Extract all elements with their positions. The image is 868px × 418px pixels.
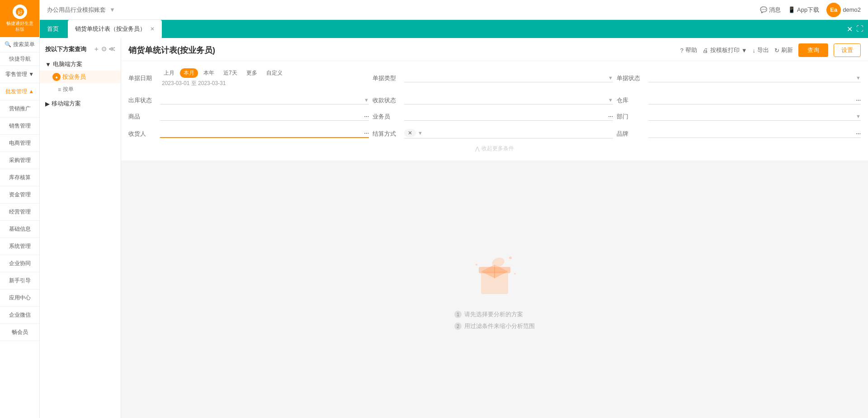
payment-method-input[interactable]: ✕ ▼ <box>404 129 613 138</box>
sidebar-item-system[interactable]: 系统管理 <box>0 238 39 255</box>
date-tab-more[interactable]: 更多 <box>243 68 261 78</box>
tab-home[interactable]: 首页 <box>40 20 66 38</box>
warehouse-field[interactable] <box>648 96 854 103</box>
product-input[interactable]: ··· <box>160 113 369 121</box>
basics-label: 基础信息 <box>9 225 31 233</box>
department-input[interactable]: ▼ <box>648 113 861 121</box>
filter-row-2: 出库状态 ▼ 收款状态 ▼ 仓库 <box>128 95 861 106</box>
doc-status-label: 单据状态 <box>617 74 648 82</box>
brand-input[interactable]: ··· <box>648 130 861 138</box>
tab-close-all-icon[interactable]: ✕ <box>847 25 853 33</box>
date-tab-7days[interactable]: 近7天 <box>220 68 241 78</box>
settings-button[interactable]: 设置 <box>834 43 861 57</box>
receipt-status-input[interactable]: ▼ <box>404 96 613 104</box>
doc-type-field[interactable] <box>404 74 606 81</box>
sidebar-item-newbie[interactable]: 新手引导 <box>0 272 39 290</box>
page-actions: ? 帮助 🖨 按模板打印 ▼ ↓ 导出 ↻ 刷新 <box>680 43 861 57</box>
export-btn[interactable]: ↓ 导出 <box>753 46 769 54</box>
template-print-btn[interactable]: 🖨 按模板打印 ▼ <box>703 46 747 54</box>
sidebar-item-sales[interactable]: 销售管理 <box>0 118 39 135</box>
consignee-field[interactable] <box>160 129 362 136</box>
sidebar-item-purchase[interactable]: 采购管理 <box>0 152 39 169</box>
user-menu[interactable]: Ea demo2 <box>826 3 861 17</box>
payment-method-arrow[interactable]: ▼ <box>418 130 423 136</box>
payment-method-label: 结算方式 <box>373 130 404 138</box>
edit-scheme-btn[interactable]: ⊙ <box>101 45 107 53</box>
warehouse-dots[interactable]: ··· <box>856 96 861 103</box>
product-label: 商品 <box>128 113 160 121</box>
tree-item-salesperson[interactable]: ● 按业务员 <box>40 71 121 83</box>
sidebar-item-wechat[interactable]: 企业微信 <box>0 307 39 324</box>
warehouse-status-field[interactable] <box>160 96 362 103</box>
department-field[interactable] <box>648 113 854 119</box>
refresh-btn[interactable]: ↻ 刷新 <box>774 46 793 54</box>
sidebar-item-retail[interactable]: 零售管理 ▼ <box>0 66 39 83</box>
receipt-status-arrow[interactable]: ▼ <box>608 97 613 103</box>
tab-sales-stat[interactable]: 销货单统计表（按业务员） ✕ <box>68 20 162 38</box>
account-dropdown-icon[interactable]: ▼ <box>109 6 115 13</box>
date-tab-last-month[interactable]: 上月 <box>160 68 178 78</box>
svg-point-8 <box>476 264 477 266</box>
account-name: 办公用品行业模拟账套 <box>47 6 106 14</box>
query-button[interactable]: 查询 <box>798 43 828 57</box>
tabbar-actions: ✕ ⛶ <box>847 25 868 33</box>
tree-section-mobile-header[interactable]: ▶ 移动端方案 <box>40 97 121 110</box>
warehouse-status-arrow[interactable]: ▼ <box>364 97 369 103</box>
sidebar-item-operations[interactable]: 经营管理 <box>0 204 39 221</box>
svg-point-7 <box>509 256 512 259</box>
salesperson-field[interactable] <box>404 113 606 119</box>
doc-status-input[interactable]: ▼ <box>648 74 861 82</box>
date-tab-this-month[interactable]: 本月 <box>180 68 198 78</box>
product-dots[interactable]: ··· <box>364 113 369 119</box>
warehouse-status-input[interactable]: ▼ <box>160 96 369 104</box>
brand-field[interactable] <box>648 130 854 137</box>
message-btn[interactable]: 💬 消息 <box>760 6 781 14</box>
consignee-input[interactable]: ··· <box>160 129 369 138</box>
product-field[interactable] <box>160 113 362 119</box>
tab-expand-icon[interactable]: ⛶ <box>856 25 863 33</box>
panel-header-actions: ＋ ⊙ ≪ <box>93 45 115 53</box>
sidebar-item-inventory[interactable]: 库存核算 <box>0 169 39 186</box>
receipt-status-field[interactable] <box>404 96 606 103</box>
export-label: 导出 <box>757 46 769 54</box>
doc-type-label: 单据类型 <box>373 74 404 82</box>
salesperson-dots[interactable]: ··· <box>608 113 613 119</box>
sidebar-item-enterprise[interactable]: 企业协同 <box>0 255 39 272</box>
sidebar-item-member[interactable]: 畅会员 <box>0 324 39 341</box>
app-download-btn[interactable]: 📱 App下载 <box>788 6 819 14</box>
tab-close-icon[interactable]: ✕ <box>150 26 155 32</box>
search-menu[interactable]: 🔍 搜索菜单 <box>0 37 39 52</box>
tree-sub-item-order[interactable]: ≡ 按单 <box>40 83 121 95</box>
doc-type-input[interactable]: ▼ <box>404 74 613 82</box>
tree-section-desktop-header[interactable]: ▼ 电脑端方案 <box>40 58 121 71</box>
payment-tag-close[interactable]: ✕ <box>408 130 412 136</box>
sidebar-item-marketing[interactable]: 营销推广 <box>0 100 39 118</box>
collapse-section[interactable]: ⋀ 收起更多条件 <box>128 142 861 155</box>
filter-department: 部门 ▼ <box>617 111 861 123</box>
consignee-dots[interactable]: ··· <box>364 129 369 136</box>
collapse-panel-btn[interactable]: ≪ <box>108 45 115 53</box>
sidebar-item-finance[interactable]: 资金管理 <box>0 186 39 204</box>
sidebar-item-apps[interactable]: 应用中心 <box>0 290 39 307</box>
filter-consignee: 收货人 ··· <box>128 128 373 140</box>
doc-status-arrow[interactable]: ▼ <box>856 75 861 81</box>
filter-warehouse-status: 出库状态 ▼ <box>128 95 373 106</box>
date-tab-this-year[interactable]: 本年 <box>200 68 218 78</box>
warehouse-input[interactable]: ··· <box>648 96 861 104</box>
sidebar-item-basics[interactable]: 基础信息 <box>0 221 39 238</box>
quick-nav[interactable]: 快捷导航 <box>0 52 39 66</box>
salesperson-input[interactable]: ··· <box>404 113 613 121</box>
doc-status-field[interactable] <box>648 74 854 81</box>
filter-payment-method: 结算方式 ✕ ▼ <box>373 127 617 140</box>
help-btn[interactable]: ? 帮助 <box>680 46 697 54</box>
svg-point-9 <box>514 273 516 275</box>
date-tab-custom[interactable]: 自定义 <box>263 68 286 78</box>
sidebar-item-wholesale[interactable]: 批发管理 ▲ <box>0 83 39 100</box>
sidebar-item-ecommerce[interactable]: 电商管理 <box>0 135 39 152</box>
add-scheme-btn[interactable]: ＋ <box>93 45 99 53</box>
brand-label: 品牌 <box>617 130 648 138</box>
doc-type-arrow[interactable]: ▼ <box>608 75 613 81</box>
brand-dots[interactable]: ··· <box>856 130 861 137</box>
help-label: 帮助 <box>685 46 697 54</box>
department-arrow[interactable]: ▼ <box>856 114 861 119</box>
